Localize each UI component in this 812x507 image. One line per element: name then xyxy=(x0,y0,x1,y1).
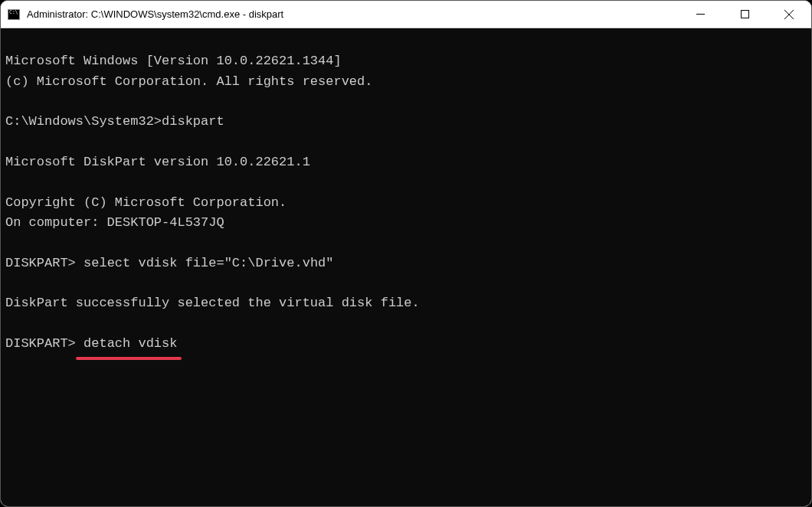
prompt: DISKPART> xyxy=(5,336,83,351)
output-line: (c) Microsoft Corporation. All rights re… xyxy=(5,74,372,89)
cmd-window: Administrator: C:\WINDOWS\system32\cmd.e… xyxy=(0,0,812,507)
output-line: Copyright (C) Microsoft Corporation. xyxy=(5,195,286,210)
command: detach vdisk xyxy=(83,336,177,351)
cmd-icon xyxy=(7,8,21,21)
output-line: Microsoft Windows [Version 10.0.22621.13… xyxy=(5,54,342,68)
output-line: DiskPart successfully selected the virtu… xyxy=(5,296,420,310)
prompt-line: DISKPART> detach vdisk xyxy=(5,336,177,351)
prompt-line: C:\Windows\System32>diskpart xyxy=(5,114,224,129)
titlebar[interactable]: Administrator: C:\WINDOWS\system32\cmd.e… xyxy=(1,1,811,28)
output-line: Microsoft DiskPart version 10.0.22621.1 xyxy=(5,155,310,169)
prompt: C:\Windows\System32> xyxy=(5,114,162,129)
window-title: Administrator: C:\WINDOWS\system32\cmd.e… xyxy=(27,8,678,20)
prompt-line: DISKPART> select vdisk file="C:\Drive.vh… xyxy=(5,256,333,270)
maximize-button[interactable] xyxy=(722,1,767,28)
window-controls xyxy=(678,1,811,28)
close-button[interactable] xyxy=(767,1,811,28)
highlight-underline xyxy=(76,357,182,360)
prompt: DISKPART> xyxy=(5,256,83,270)
output-line: On computer: DESKTOP-4L537JQ xyxy=(5,215,224,230)
svg-rect-1 xyxy=(741,11,748,18)
command: diskpart xyxy=(162,114,224,129)
terminal-area[interactable]: Microsoft Windows [Version 10.0.22621.13… xyxy=(1,28,811,506)
minimize-button[interactable] xyxy=(678,1,722,28)
command: select vdisk file="C:\Drive.vhd" xyxy=(83,256,333,270)
